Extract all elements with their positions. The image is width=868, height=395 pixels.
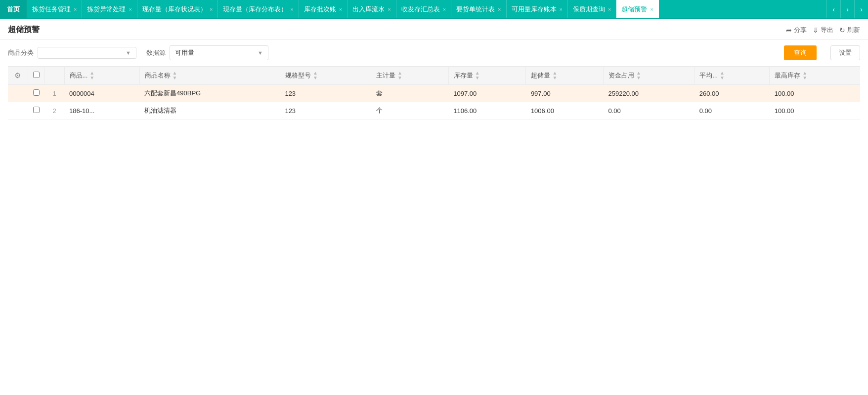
row-product-code: 0000004 xyxy=(64,85,139,102)
nav-arrows: ‹ › › xyxy=(826,0,868,19)
tab-jianhuo-renwu[interactable]: 拣货任务管理 × xyxy=(27,0,82,18)
header-actions: ➦ 分享 ⇓ 导出 ↻ 刷新 xyxy=(786,26,860,35)
chevron-down-icon: ▼ xyxy=(126,50,131,56)
tab-close-icon[interactable]: × xyxy=(210,6,213,12)
row-unit: 个 xyxy=(371,102,449,119)
chevron-down-icon: ▼ xyxy=(258,50,263,56)
data-source-select[interactable]: 可用量 ▼ xyxy=(170,45,268,60)
topbar: 首页 拣货任务管理 × 拣货异常处理 × 现存量（库存状况表） × 现存量（库存… xyxy=(0,0,868,19)
table-row: 2 186-10... 机油滤清器 123 个 1106.00 1006.00 … xyxy=(8,102,860,119)
table-body: 1 0000004 六配套新昌490BPG 123 套 1097.00 997.… xyxy=(8,85,860,119)
sort-icon: ▲▼ xyxy=(89,71,94,80)
tab-jianhuo-yichang[interactable]: 拣货异常处理 × xyxy=(82,0,137,18)
tab-shoufacun[interactable]: 收发存汇总表 × xyxy=(396,0,451,18)
row-spec: 123 xyxy=(280,102,371,119)
sort-icon: ▲▼ xyxy=(475,71,480,80)
nav-next-button[interactable]: › xyxy=(840,0,854,19)
tab-close-icon[interactable]: × xyxy=(443,6,446,12)
refresh-icon: ↻ xyxy=(839,26,845,34)
export-button[interactable]: ⇓ 导出 xyxy=(813,26,833,35)
tab-yaohuo[interactable]: 要货单统计表 × xyxy=(451,0,506,18)
row-capital-usage: 0.00 xyxy=(604,102,694,119)
row-num-cell: 1 xyxy=(44,85,64,102)
share-icon: ➦ xyxy=(786,26,792,34)
sort-icon: ▲▼ xyxy=(802,71,807,80)
th-over-stock[interactable]: 超储量 ▲▼ xyxy=(526,67,604,85)
th-gear: ⚙ xyxy=(8,67,28,85)
th-spec[interactable]: 规格型号 ▲▼ xyxy=(280,67,371,85)
nav-menu-button[interactable]: › xyxy=(854,0,868,19)
row-unit: 套 xyxy=(371,85,449,102)
select-all-checkbox[interactable] xyxy=(33,72,40,78)
product-category-label: 商品分类 xyxy=(8,48,34,57)
tab-chaochuyujing[interactable]: 超储预警 × xyxy=(616,0,658,18)
row-avg: 0.00 xyxy=(694,102,770,119)
row-checkbox[interactable] xyxy=(33,89,40,96)
table-row: 1 0000004 六配套新昌490BPG 123 套 1097.00 997.… xyxy=(8,85,860,102)
tab-close-icon[interactable]: × xyxy=(290,6,293,12)
tab-close-icon[interactable]: × xyxy=(129,6,131,12)
tab-churuku[interactable]: 出入库流水 × xyxy=(347,0,396,18)
tab-xiancunliang-kuanzhuang[interactable]: 现存量（库存状况表） × xyxy=(137,0,218,18)
sort-icon: ▲▼ xyxy=(313,71,318,80)
data-table: ⚙ 商品... ▲▼ 商品名称 xyxy=(8,66,860,119)
data-source-label: 数据源 xyxy=(146,48,166,57)
row-gear-cell xyxy=(8,85,28,102)
row-max-stock: 100.00 xyxy=(770,85,860,102)
tab-keyongliang[interactable]: 可用量库存账本 × xyxy=(507,0,568,18)
row-stock: 1097.00 xyxy=(448,85,526,102)
refresh-button[interactable]: ↻ 刷新 xyxy=(839,26,860,35)
tab-close-icon[interactable]: × xyxy=(608,6,611,12)
table-container: ⚙ 商品... ▲▼ 商品名称 xyxy=(0,66,868,119)
tab-close-icon[interactable]: × xyxy=(650,6,653,12)
sort-icon: ▲▼ xyxy=(173,71,177,80)
data-source-filter: 数据源 可用量 ▼ xyxy=(146,45,268,60)
tab-close-icon[interactable]: × xyxy=(339,6,342,12)
tab-baozhi[interactable]: 保质期查询 × xyxy=(568,0,616,18)
settings-button[interactable]: 设置 xyxy=(830,45,860,60)
th-row-num xyxy=(44,67,64,85)
share-button[interactable]: ➦ 分享 xyxy=(786,26,807,35)
tab-close-icon[interactable]: × xyxy=(74,6,77,12)
product-category-select[interactable]: ▼ xyxy=(38,47,136,59)
th-product-name[interactable]: 商品名称 ▲▼ xyxy=(139,67,280,85)
th-stock[interactable]: 库存量 ▲▼ xyxy=(448,67,526,85)
row-stock: 1106.00 xyxy=(448,102,526,119)
row-checkbox[interactable] xyxy=(33,107,40,113)
row-avg: 260.00 xyxy=(694,85,770,102)
row-product-name: 机油滤清器 xyxy=(139,102,280,119)
row-product-name: 六配套新昌490BPG xyxy=(139,85,280,102)
tab-close-icon[interactable]: × xyxy=(498,6,501,12)
row-over-stock: 997.00 xyxy=(526,85,604,102)
tab-close-icon[interactable]: × xyxy=(388,6,391,12)
filter-bar: 商品分类 ▼ 数据源 可用量 ▼ 查询 设置 xyxy=(0,40,868,66)
tab-kucun-pici[interactable]: 库存批次账 × xyxy=(299,0,347,18)
th-product-code[interactable]: 商品... ▲▼ xyxy=(64,67,139,85)
th-unit[interactable]: 主计量 ▲▼ xyxy=(371,67,449,85)
tab-close-icon[interactable]: × xyxy=(560,6,563,12)
th-max-stock[interactable]: 最高库存 ▲▼ xyxy=(770,67,860,85)
product-category-filter: 商品分类 ▼ xyxy=(8,47,136,59)
page-header: 超储预警 ➦ 分享 ⇓ 导出 ↻ 刷新 xyxy=(0,19,868,40)
page-title: 超储预警 xyxy=(8,25,40,35)
nav-home[interactable]: 首页 xyxy=(0,0,27,18)
page-container: 超储预警 ➦ 分享 ⇓ 导出 ↻ 刷新 商品分类 ▼ 数据源 xyxy=(0,19,868,395)
gear-icon[interactable]: ⚙ xyxy=(14,71,21,79)
row-capital-usage: 259220.00 xyxy=(604,85,694,102)
tab-xiancunliang-fenbiao[interactable]: 现存量（库存分布表） × xyxy=(218,0,299,18)
row-spec: 123 xyxy=(280,85,371,102)
sort-icon: ▲▼ xyxy=(636,71,641,80)
nav-prev-button[interactable]: ‹ xyxy=(826,0,840,19)
sort-icon: ▲▼ xyxy=(397,71,402,80)
th-capital-usage[interactable]: 资金占用 ▲▼ xyxy=(604,67,694,85)
th-avg[interactable]: 平均... ▲▼ xyxy=(694,67,770,85)
row-gear-cell xyxy=(8,102,28,119)
query-button[interactable]: 查询 xyxy=(784,45,817,60)
row-num-cell: 2 xyxy=(44,102,64,119)
sort-icon: ▲▼ xyxy=(552,71,557,80)
row-checkbox-cell[interactable] xyxy=(28,102,44,119)
row-checkbox-cell[interactable] xyxy=(28,85,44,102)
row-max-stock: 100.00 xyxy=(770,102,860,119)
data-source-value: 可用量 xyxy=(175,48,194,57)
th-checkbox xyxy=(28,67,44,85)
